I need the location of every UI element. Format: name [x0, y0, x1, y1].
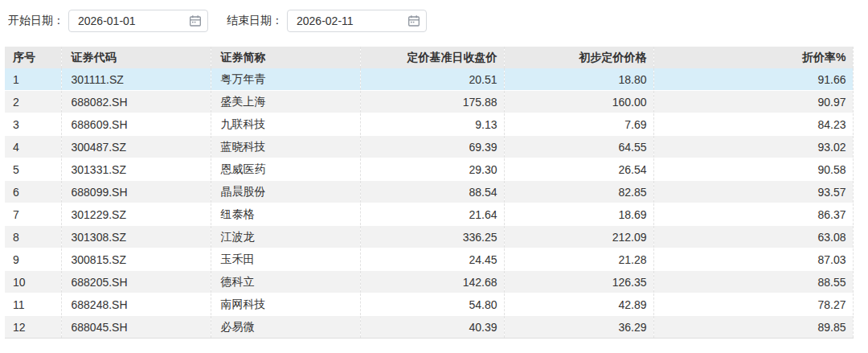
table-row[interactable]: 6688099.SH晶晨股份88.5482.8593.57 — [5, 181, 853, 203]
cell-index: 7 — [5, 203, 61, 226]
cell-name: 玉禾田 — [211, 248, 360, 271]
cell-code: 688205.SH — [61, 271, 211, 293]
cell-initial-price: 212.09 — [504, 226, 653, 248]
start-date-input[interactable] — [68, 10, 208, 32]
cell-base-close-price: 69.39 — [360, 136, 504, 158]
cell-base-close-price: 29.30 — [360, 158, 504, 181]
cell-initial-price: 18.69 — [504, 203, 653, 226]
cell-discount-rate: 90.58 — [653, 158, 853, 181]
table-row[interactable]: 12688045.SH必易微40.3936.2989.85 — [5, 316, 853, 339]
cell-name: 纽泰格 — [211, 203, 360, 226]
table-row[interactable]: 3688609.SH九联科技9.137.6984.23 — [5, 113, 853, 136]
cell-code: 688248.SH — [61, 293, 211, 316]
start-date-picker — [68, 10, 208, 32]
cell-base-close-price: 9.13 — [360, 113, 504, 136]
cell-name: 恩威医药 — [211, 158, 360, 181]
cell-initial-price: 26.54 — [504, 158, 653, 181]
cell-code: 688099.SH — [61, 181, 211, 203]
cell-initial-price: 126.35 — [504, 271, 653, 293]
cell-base-close-price: 24.45 — [360, 248, 504, 271]
cell-discount-rate: 89.85 — [653, 316, 853, 339]
table-row[interactable]: 1301111.SZ粤万年青20.5118.8091.66 — [5, 68, 853, 91]
cell-index: 12 — [5, 316, 61, 339]
cell-index: 10 — [5, 271, 61, 293]
cell-initial-price: 82.85 — [504, 181, 653, 203]
cell-name: 粤万年青 — [211, 68, 360, 91]
cell-index: 1 — [5, 68, 61, 91]
cell-initial-price: 18.80 — [504, 68, 653, 91]
column-header-name: 证券简称 — [211, 47, 360, 68]
table-header-row: 序号 证券代码 证券简称 定价基准日收盘价 初步定价价格 折价率% — [5, 47, 853, 68]
cell-discount-rate: 84.23 — [653, 113, 853, 136]
cell-initial-price: 42.89 — [504, 293, 653, 316]
filter-bar: 开始日期： 结束日期： — [0, 0, 868, 42]
table-header: 序号 证券代码 证券简称 定价基准日收盘价 初步定价价格 折价率% — [5, 47, 853, 68]
table-body: 1301111.SZ粤万年青20.5118.8091.662688082.SH盛… — [5, 68, 853, 339]
cell-index: 4 — [5, 136, 61, 158]
cell-discount-rate: 63.08 — [653, 226, 853, 248]
cell-code: 300487.SZ — [61, 136, 211, 158]
cell-index: 8 — [5, 226, 61, 248]
cell-name: 必易微 — [211, 316, 360, 339]
column-header-discount-rate: 折价率% — [653, 47, 853, 68]
cell-discount-rate: 93.02 — [653, 136, 853, 158]
cell-discount-rate: 87.03 — [653, 248, 853, 271]
cell-base-close-price: 40.39 — [360, 316, 504, 339]
cell-initial-price: 7.69 — [504, 113, 653, 136]
cell-code: 300815.SZ — [61, 248, 211, 271]
cell-index: 2 — [5, 91, 61, 113]
cell-name: 蓝晓科技 — [211, 136, 360, 158]
cell-initial-price: 21.28 — [504, 248, 653, 271]
cell-initial-price: 36.29 — [504, 316, 653, 339]
cell-name: 晶晨股份 — [211, 181, 360, 203]
cell-code: 688082.SH — [61, 91, 211, 113]
cell-index: 11 — [5, 293, 61, 316]
table-row[interactable]: 8301308.SZ江波龙336.25212.0963.08 — [5, 226, 853, 248]
cell-initial-price: 160.00 — [504, 91, 653, 113]
calendar-icon[interactable] — [189, 14, 202, 27]
cell-code: 688045.SH — [61, 316, 211, 339]
cell-discount-rate: 93.57 — [653, 181, 853, 203]
table-row[interactable]: 11688248.SH南网科技54.8042.8978.27 — [5, 293, 853, 316]
cell-initial-price: 64.55 — [504, 136, 653, 158]
column-header-code: 证券代码 — [61, 47, 211, 68]
securities-pricing-table: 序号 证券代码 证券简称 定价基准日收盘价 初步定价价格 折价率% 130111… — [5, 47, 854, 339]
cell-base-close-price: 142.68 — [360, 271, 504, 293]
cell-code: 301308.SZ — [61, 226, 211, 248]
cell-discount-rate: 91.66 — [653, 68, 853, 91]
cell-base-close-price: 336.25 — [360, 226, 504, 248]
cell-discount-rate: 78.27 — [653, 293, 853, 316]
cell-base-close-price: 20.51 — [360, 68, 504, 91]
cell-code: 688609.SH — [61, 113, 211, 136]
end-date-picker — [287, 10, 427, 32]
cell-name: 九联科技 — [211, 113, 360, 136]
cell-code: 301111.SZ — [61, 68, 211, 91]
cell-name: 南网科技 — [211, 293, 360, 316]
cell-name: 盛美上海 — [211, 91, 360, 113]
cell-name: 江波龙 — [211, 226, 360, 248]
cell-discount-rate: 88.55 — [653, 271, 853, 293]
cell-discount-rate: 86.37 — [653, 203, 853, 226]
cell-base-close-price: 54.80 — [360, 293, 504, 316]
table-row[interactable]: 7301229.SZ纽泰格21.6418.6986.37 — [5, 203, 853, 226]
cell-name: 德科立 — [211, 271, 360, 293]
table-row[interactable]: 10688205.SH德科立142.68126.3588.55 — [5, 271, 853, 293]
cell-index: 9 — [5, 248, 61, 271]
calendar-icon[interactable] — [407, 14, 420, 27]
end-date-input[interactable] — [287, 10, 427, 32]
table-row[interactable]: 5301331.SZ恩威医药29.3026.5490.58 — [5, 158, 853, 181]
end-date-label: 结束日期： — [227, 14, 283, 28]
table-row[interactable]: 9300815.SZ玉禾田24.4521.2887.03 — [5, 248, 853, 271]
cell-discount-rate: 90.97 — [653, 91, 853, 113]
start-date-label: 开始日期： — [8, 14, 64, 28]
cell-index: 6 — [5, 181, 61, 203]
column-header-index: 序号 — [5, 47, 61, 68]
cell-index: 3 — [5, 113, 61, 136]
column-header-base-close-price: 定价基准日收盘价 — [360, 47, 504, 68]
table-row[interactable]: 2688082.SH盛美上海175.88160.0090.97 — [5, 91, 853, 113]
table-row[interactable]: 4300487.SZ蓝晓科技69.3964.5593.02 — [5, 136, 853, 158]
column-header-initial-price: 初步定价价格 — [504, 47, 653, 68]
cell-base-close-price: 21.64 — [360, 203, 504, 226]
cell-base-close-price: 88.54 — [360, 181, 504, 203]
cell-code: 301229.SZ — [61, 203, 211, 226]
